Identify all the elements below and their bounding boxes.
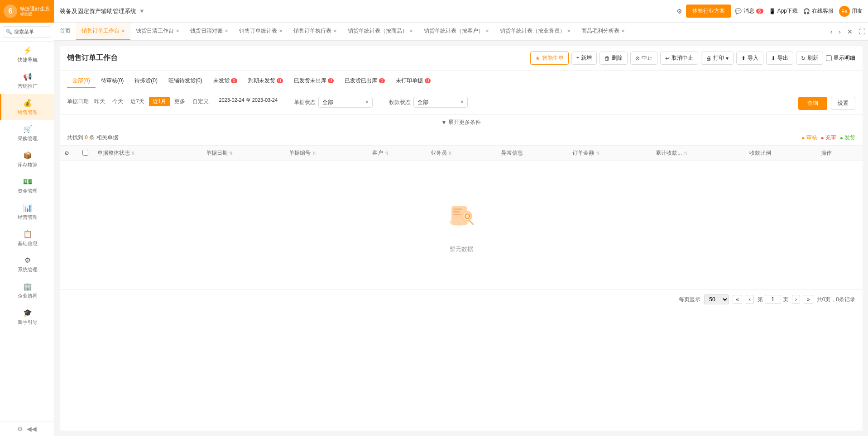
date-yesterday-button[interactable]: 昨天 (91, 97, 108, 106)
page-number-input[interactable] (765, 295, 781, 304)
tab-scroll-left-button[interactable]: ‹ (828, 28, 835, 35)
message-button[interactable]: 💬 消息 6 (735, 7, 763, 15)
search-menu-button[interactable]: 🔍 搜索菜单 (3, 26, 51, 38)
next-page-button[interactable]: › (792, 295, 800, 304)
filter-tab-wangpu[interactable]: 旺铺待发货(0) (163, 74, 208, 88)
tab-close-icon[interactable]: ✕ (409, 28, 413, 33)
print-dropdown-icon: ▾ (726, 55, 729, 62)
settings-col-icon[interactable]: ⚙ (64, 150, 69, 156)
delete-button[interactable]: 🗑 删除 (599, 52, 628, 65)
tab-close-icon[interactable]: ✕ (485, 28, 489, 33)
payment-select[interactable]: 全部 未收款 部分收款 已收款 (413, 97, 468, 108)
sort-amount-icon[interactable]: ⇅ (596, 151, 599, 156)
show-detail-checkbox[interactable] (826, 55, 832, 61)
sidebar-item-label: 销售管理 (18, 109, 38, 116)
filter-tab-pending-review[interactable]: 待审核(0) (96, 74, 129, 88)
online-service-button[interactable]: 🎧 在线客服 (803, 7, 834, 15)
filter-tab-pending-pickup[interactable]: 待拣货(0) (129, 74, 163, 88)
tab-sales-stats-customer[interactable]: 销货单统计表（按客户） ✕ (418, 23, 494, 40)
filter-tab-not-shipped[interactable]: 未发货 0 (208, 74, 243, 88)
sort-status-icon[interactable]: ⇅ (131, 151, 135, 156)
sidebar-item-system[interactable]: ⚙ 系统管理 (0, 251, 54, 278)
date-today-button[interactable]: 今天 (110, 97, 126, 106)
export-button[interactable]: ⬇ 导出 (766, 52, 793, 65)
sort-received-icon[interactable]: ⇅ (684, 151, 687, 156)
date-custom-button[interactable]: 自定义 (190, 97, 211, 106)
sort-date-icon[interactable]: ⇅ (229, 151, 233, 156)
filter-tab-shipped-out[interactable]: 已发货已出库 0 (339, 74, 390, 88)
sidebar-item-newbie[interactable]: 🎓 新手引导 (0, 304, 54, 330)
orders-table: ⚙ 单据整体状态 ⇅ 单据日期 ⇅ (60, 146, 863, 161)
suspend-icon: ⊘ (635, 55, 640, 62)
tab-close-icon[interactable]: ✕ (121, 28, 125, 33)
sidebar-menu: ⚡ 快捷导航 📢 营销推广 💰 销售管理 🛒 采购管理 📦 库存核算 💵 资金管… (0, 42, 54, 421)
refresh-button[interactable]: ↻ 刷新 (796, 52, 823, 65)
filter-tab-shipped-not-out[interactable]: 已发货未出库 0 (288, 74, 340, 88)
ship-action-button[interactable]: ● 发货 (840, 134, 855, 142)
tab-close-all-button[interactable]: ✕ (844, 26, 855, 37)
tab-home[interactable]: 首页 (54, 23, 76, 40)
last-page-button[interactable]: » (804, 295, 813, 304)
tab-sales-order-exec[interactable]: 销售订单执行表 ✕ (288, 23, 342, 40)
select-all-checkbox[interactable] (82, 150, 88, 156)
sidebar-collapse-button[interactable]: ◀◀ (27, 425, 37, 432)
sidebar-item-marketing[interactable]: 📢 营销推广 (0, 68, 54, 94)
date-1month-button[interactable]: 近1月 (149, 97, 170, 106)
cancel-suspend-button[interactable]: ↩ 取消中止 (660, 52, 698, 65)
tab-cash-daily[interactable]: 钱货日清工作台 ✕ (130, 23, 185, 40)
tab-sales-order-stats[interactable]: 销售订单统计表 ✕ (234, 23, 288, 40)
filter-tab-overdue[interactable]: 到期未发货 0 (243, 74, 288, 88)
tab-close-icon[interactable]: ✕ (567, 28, 571, 33)
sidebar-item-label: 库存核算 (18, 161, 38, 168)
tab-close-icon[interactable]: ✕ (279, 28, 283, 33)
solution-button[interactable]: 体验行业方案 (686, 5, 731, 18)
sidebar-settings-button[interactable]: ⚙ (17, 425, 23, 432)
filter-tab-all[interactable]: 全部(0) (67, 74, 96, 88)
query-button[interactable]: 查询 (798, 97, 827, 110)
tab-close-icon[interactable]: ✕ (225, 28, 228, 33)
empty-icon (443, 197, 480, 240)
filter-tab-not-printed[interactable]: 未打印单据 0 (390, 74, 436, 88)
settings-gear-button[interactable]: ⚙ (676, 8, 682, 15)
page-size-select[interactable]: 20 50 100 (704, 294, 729, 304)
user-button[interactable]: Ea 用友 (839, 6, 863, 17)
tab-maximize-button[interactable]: ⛶ (856, 26, 868, 37)
sidebar-item-sales[interactable]: 💰 销售管理 (0, 94, 54, 120)
sidebar-item-quick-nav[interactable]: ⚡ 快捷导航 (0, 42, 54, 68)
sidebar-item-purchase[interactable]: 🛒 采购管理 (0, 120, 54, 147)
tab-close-icon[interactable]: ✕ (621, 28, 625, 33)
tab-nav-actions: ‹ › ✕ ⛶ (828, 26, 868, 37)
date-7days-button[interactable]: 近7天 (128, 97, 147, 106)
prev-page-button[interactable]: ‹ (746, 295, 754, 304)
tab-sales-order-workbench[interactable]: 销售订单工作台 ✕ (76, 23, 130, 40)
sidebar-item-inventory[interactable]: 📦 库存核算 (0, 147, 54, 173)
first-page-button[interactable]: « (733, 295, 742, 304)
tab-sales-stats-product[interactable]: 销货单统计表（按商品） ✕ (342, 23, 418, 40)
tab-close-icon[interactable]: ✕ (176, 28, 179, 33)
tab-product-margin[interactable]: 商品毛利分析表 ✕ (576, 23, 630, 40)
suspend-button[interactable]: ⊘ 中止 (630, 52, 657, 65)
print-button[interactable]: 🖨 打印 ▾ (701, 52, 734, 65)
expand-conditions-button[interactable]: ▼ 展开更多条件 (438, 117, 485, 128)
app-download-button[interactable]: 📱 App下载 (769, 7, 798, 15)
smart-create-button[interactable]: ★ 智能生单 (530, 52, 569, 65)
sidebar-item-base-info[interactable]: 📋 基础信息 (0, 225, 54, 251)
unreviewed-action-button[interactable]: ● 充审 (821, 134, 836, 142)
import-button[interactable]: ⬆ 导入 (736, 52, 763, 65)
tab-close-icon[interactable]: ✕ (333, 28, 337, 33)
sidebar-item-finance[interactable]: 💵 资金管理 (0, 173, 54, 199)
status-select[interactable]: 全部 待审核 已审核 已中止 (318, 97, 373, 108)
show-detail-checkbox-wrap[interactable]: 显示明细 (826, 54, 855, 62)
sidebar-item-enterprise[interactable]: 🏢 企业协同 (0, 278, 54, 304)
filter-settings-button[interactable]: 设置 (831, 97, 855, 110)
sidebar-item-operations[interactable]: 📊 经营管理 (0, 199, 54, 225)
tab-cash-goods-reconcile[interactable]: 钱货日清对账 ✕ (185, 23, 234, 40)
sort-number-icon[interactable]: ⇅ (312, 151, 316, 156)
sort-staff-icon[interactable]: ⇅ (448, 151, 452, 156)
date-more-button[interactable]: 更多 (172, 97, 188, 106)
sort-customer-icon[interactable]: ⇅ (385, 151, 388, 156)
review-action-button[interactable]: ● 审核 (801, 134, 817, 142)
tab-sales-stats-staff[interactable]: 销货单统计表（按业务员） ✕ (494, 23, 576, 40)
tab-scroll-right-button[interactable]: › (836, 28, 844, 35)
add-button[interactable]: + 新增 (571, 52, 597, 65)
